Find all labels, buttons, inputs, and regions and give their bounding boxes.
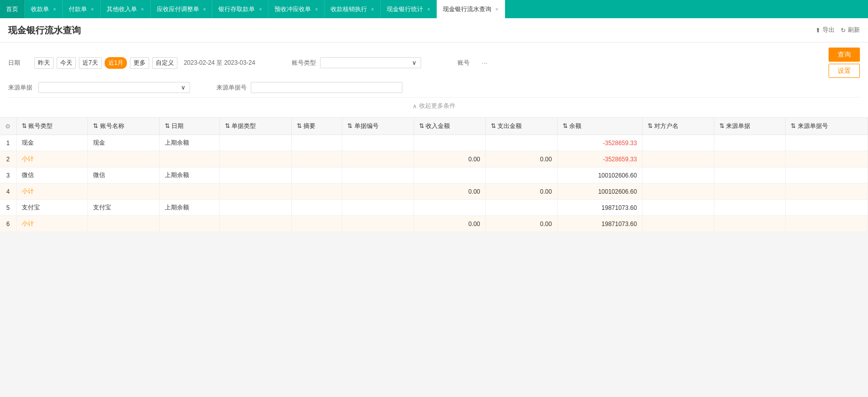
cell-income: [414, 200, 485, 216]
settings-button[interactable]: 设置: [829, 64, 860, 78]
cell-account-type: 小计: [16, 184, 88, 200]
close-icon[interactable]: ×: [427, 7, 430, 12]
cell-counterparty: [642, 216, 714, 232]
cell-balance: 19871073.60: [557, 216, 642, 232]
home-tab-label: 首页: [6, 5, 18, 14]
sort-icon[interactable]: ⇅: [347, 122, 352, 129]
cell-account-name: 微信: [88, 167, 160, 184]
date-btn-yesterday[interactable]: 昨天: [34, 57, 54, 69]
nav-tab-cash-bank-stats[interactable]: 现金银行统计 ×: [381, 0, 437, 18]
sort-icon[interactable]: ⇅: [93, 122, 98, 129]
nav-tab-receipt[interactable]: 收款单 ×: [25, 0, 63, 18]
col-source-doc-no-label: 来源单据号: [798, 122, 828, 129]
nav-tab-cash-bank-flow[interactable]: 现金银行流水查询 ×: [437, 0, 505, 18]
col-expense-label: 支出金额: [497, 122, 522, 129]
cell-expense: [485, 135, 557, 151]
cell-summary: [291, 200, 342, 216]
nav-tab-ar-ap-adjust[interactable]: 应收应付调整单 ×: [151, 0, 213, 18]
close-icon[interactable]: ×: [91, 7, 94, 12]
account-type-label: 账号类型: [292, 59, 316, 67]
advance-offset-tab-label: 预收冲应收单: [275, 5, 311, 14]
cell-income: [414, 135, 485, 151]
date-btn-7days[interactable]: 近7天: [79, 57, 102, 69]
sort-icon[interactable]: ⇅: [165, 122, 170, 129]
nav-tab-payment[interactable]: 付款单 ×: [63, 0, 101, 18]
filter-row-source: 来源单据 ∨ 来源单据号: [8, 82, 860, 93]
nav-tab-home[interactable]: 首页: [0, 0, 25, 18]
nav-tab-advance-offset[interactable]: 预收冲应收单 ×: [268, 0, 325, 18]
sort-icon[interactable]: ⇅: [225, 122, 230, 129]
date-btn-today[interactable]: 今天: [57, 57, 76, 69]
date-range-display: 2023-02-24 至 2023-03-24: [184, 59, 255, 67]
cell-doc-no: [342, 167, 414, 184]
cell-balance: 100102606.60: [557, 184, 642, 200]
sort-icon[interactable]: ⇅: [648, 122, 653, 129]
cell-source-doc: [714, 151, 786, 167]
top-navigation: 首页 收款单 × 付款单 × 其他收入单 × 应收应付调整单 × 银行存取款单 …: [0, 0, 868, 18]
cell-doc-no: [342, 151, 414, 167]
col-income: ⇅ 收入金额: [414, 118, 485, 135]
collapse-label: 收起更多条件: [419, 102, 455, 110]
cell-doc-no: [342, 216, 414, 232]
cell-source-doc: [714, 216, 786, 232]
cell-source-doc: [714, 184, 786, 200]
cell-account-name: 支付宝: [88, 200, 160, 216]
cell-settings: 1: [0, 135, 16, 151]
cell-summary: [291, 151, 342, 167]
date-btn-custom[interactable]: 自定义: [152, 57, 177, 69]
cell-settings: 4: [0, 184, 16, 200]
table-body: 1 现金 现金 上期余额 -3528659.33 2 小计 0.00 0.00 …: [0, 135, 868, 232]
col-account-name: ⇅ 账号名称: [88, 118, 160, 135]
col-counterparty: ⇅ 对方户名: [642, 118, 714, 135]
receipt-tab-label: 收款单: [31, 5, 49, 14]
nav-tab-bank-deposit[interactable]: 银行存取款单 ×: [212, 0, 268, 18]
close-icon[interactable]: ×: [315, 7, 318, 12]
close-icon[interactable]: ×: [203, 7, 206, 12]
date-filter-label: 日期: [8, 59, 28, 67]
nav-tab-other-income[interactable]: 其他收入单 ×: [101, 0, 151, 18]
query-button[interactable]: 查询: [829, 48, 860, 62]
cell-summary: [291, 167, 342, 184]
sort-icon[interactable]: ⇅: [791, 122, 796, 129]
table-row: 3 微信 微信 上期余额 100102606.60: [0, 167, 868, 184]
source-doc-select[interactable]: ∨: [38, 82, 190, 93]
table-row: 1 现金 现金 上期余额 -3528659.33: [0, 135, 868, 151]
refresh-label: 刷新: [848, 26, 860, 34]
cell-account-name: [88, 151, 160, 167]
export-icon: ⬆: [815, 27, 820, 34]
sort-icon[interactable]: ⇅: [297, 122, 302, 129]
date-btn-more[interactable]: 更多: [130, 57, 149, 69]
account-type-select[interactable]: ∨: [320, 57, 421, 68]
account-dots-button[interactable]: ···: [482, 59, 488, 67]
cell-date: 上期余额: [160, 200, 220, 216]
close-icon[interactable]: ×: [141, 7, 144, 12]
cell-summary: [291, 135, 342, 151]
cell-income: 0.00: [414, 184, 485, 200]
col-account-type-label: 账号类型: [28, 122, 53, 129]
close-icon[interactable]: ×: [495, 7, 498, 12]
cell-counterparty: [642, 184, 714, 200]
close-icon[interactable]: ×: [371, 7, 374, 12]
close-icon[interactable]: ×: [259, 7, 262, 12]
cell-date: 上期余额: [160, 135, 220, 151]
sort-icon[interactable]: ⇅: [563, 122, 568, 129]
header-actions: ⬆ 导出 ↻ 刷新: [815, 26, 860, 34]
collapse-button[interactable]: ∧ 收起更多条件: [8, 100, 860, 112]
sort-icon[interactable]: ⇅: [491, 122, 496, 129]
export-button[interactable]: ⬆ 导出: [815, 26, 835, 34]
cell-doc-type: [219, 184, 291, 200]
refresh-button[interactable]: ↻ 刷新: [841, 26, 860, 34]
cell-counterparty: [642, 151, 714, 167]
table-settings-icon[interactable]: ⚙: [5, 123, 11, 130]
sort-icon[interactable]: ⇅: [719, 122, 724, 129]
cell-income: 0.00: [414, 151, 485, 167]
export-label: 导出: [823, 26, 835, 34]
sort-icon[interactable]: ⇅: [419, 122, 424, 129]
source-doc-number-input[interactable]: [251, 82, 402, 93]
cell-account-type: 微信: [16, 167, 88, 184]
sort-icon[interactable]: ⇅: [22, 122, 27, 129]
cell-doc-type: [219, 216, 291, 232]
nav-tab-receipt-verify[interactable]: 收款核销执行 ×: [325, 0, 381, 18]
date-btn-1month[interactable]: 近1月: [105, 57, 127, 69]
close-icon[interactable]: ×: [53, 7, 56, 12]
